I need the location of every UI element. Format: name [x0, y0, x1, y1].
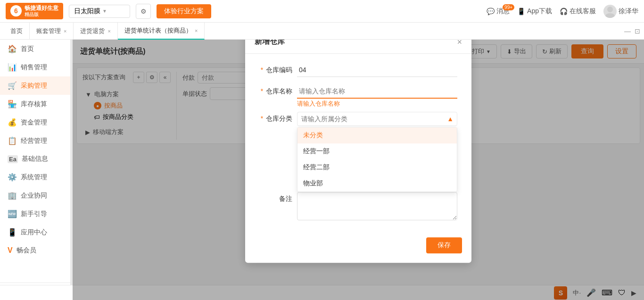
sidebar-item-management[interactable]: 📋 经营管理: [0, 132, 70, 150]
tab-account-label: 账套管理: [36, 27, 61, 35]
top-right-area: 💬 消息 99+ 📱 App下载 🎧 在线客服 徐泽华: [487, 5, 638, 18]
top-bar: 6 畅捷通好生意 精品版 日太阳膜 ▼ ⚙ 体验行业方案 💬 消息 99+ 📱 …: [0, 0, 644, 23]
category-input[interactable]: [297, 112, 457, 126]
store-selector[interactable]: 日太阳膜 ▼: [69, 5, 130, 18]
remarks-label: 备注: [259, 192, 297, 203]
sidebar-item-inventory[interactable]: 🏪 库存核算: [0, 95, 70, 113]
sidebar-vip-label: 畅会员: [17, 246, 36, 255]
online-service-button[interactable]: 🎧 在线客服: [560, 7, 596, 16]
dropdown-item-dept3[interactable]: 物业部: [297, 175, 457, 192]
form-row-category: * 仓库分类 ▲ 未分类 经营一部 经营二部 物业部: [259, 112, 457, 126]
tab-purchase-return-close[interactable]: ×: [107, 28, 110, 34]
sidebar-item-guide[interactable]: 🆕 新手引导: [0, 205, 70, 223]
category-dropdown: 未分类 经营一部 经营二部 物业部: [297, 127, 457, 192]
trial-button[interactable]: 体验行业方案: [157, 4, 211, 18]
app-download-button[interactable]: 📱 App下载: [517, 7, 552, 16]
notifications-button[interactable]: 💬 消息 99+: [487, 7, 510, 16]
user-info[interactable]: 徐泽华: [603, 5, 638, 18]
headset-icon: 🎧: [560, 8, 568, 15]
svg-point-0: [607, 7, 613, 12]
home-icon: 🏠: [8, 44, 17, 53]
tab-account[interactable]: 账套管理 ×: [30, 23, 74, 40]
logo-text: 畅捷通好生意: [25, 5, 58, 11]
warehouse-name-input[interactable]: [297, 84, 457, 99]
save-button[interactable]: 保存: [426, 237, 462, 253]
sidebar-item-system[interactable]: ⚙️ 系统管理: [0, 168, 70, 186]
sidebar-item-basic-info[interactable]: Ea 基础信息: [0, 150, 70, 168]
username: 徐泽华: [619, 7, 638, 16]
tab-account-close[interactable]: ×: [64, 28, 66, 34]
sidebar-item-purchase[interactable]: 🛒 采购管理: [0, 76, 70, 95]
warehouse-code-input[interactable]: [297, 63, 457, 77]
form-row-code: * 仓库编码: [259, 63, 457, 77]
category-select-wrap: ▲ 未分类 经营一部 经营二部 物业部: [297, 112, 457, 126]
svg-point-1: [605, 13, 615, 18]
app-download-label: App下载: [527, 7, 552, 16]
form-row-name: * 仓库名称 请输入仓库名称: [259, 84, 457, 99]
chevron-down-icon: ▼: [102, 8, 107, 14]
warehouse-category-label: * 仓库分类: [259, 112, 297, 123]
inventory-icon: 🏪: [8, 100, 17, 108]
sidebar-apps-label: 应用中心: [21, 228, 47, 237]
system-icon: ⚙️: [8, 173, 17, 182]
finance-icon: 💰: [8, 118, 17, 127]
gear-button[interactable]: ⚙: [136, 4, 151, 19]
sidebar-management-label: 经营管理: [21, 137, 47, 145]
message-icon: 💬: [487, 8, 495, 15]
online-service-label: 在线客服: [570, 7, 596, 16]
sidebar-guide-label: 新手引导: [21, 210, 47, 218]
vip-icon: V: [8, 246, 13, 255]
sidebar-item-enterprise[interactable]: 🏢 企业协同: [0, 186, 70, 205]
dropdown-item-unclassified[interactable]: 未分类: [297, 127, 457, 143]
required-mark: *: [261, 66, 263, 74]
sidebar-inventory-label: 库存核算: [21, 100, 47, 108]
avatar: [603, 5, 617, 18]
purchase-icon: 🛒: [8, 81, 17, 90]
dropdown-item-dept1[interactable]: 经营一部: [297, 143, 457, 159]
remarks-input[interactable]: [297, 192, 457, 220]
sidebar-item-vip[interactable]: V 畅会员: [0, 242, 70, 259]
tab-home-label: 首页: [10, 27, 23, 35]
tab-home[interactable]: 首页: [4, 23, 30, 40]
phone-icon: 📱: [517, 8, 525, 15]
sidebar-purchase-label: 采购管理: [21, 82, 47, 90]
required-mark-2: *: [261, 87, 263, 95]
sidebar: 🏠 首页 📊 销售管理 🛒 采购管理 🏪 库存核算 💰 资金管理 📋 经营管理 …: [0, 40, 71, 300]
modal-close-button[interactable]: ×: [457, 40, 462, 46]
tab-minimize-icon[interactable]: —: [624, 27, 631, 35]
tab-purchase-stats-close[interactable]: ×: [195, 28, 198, 33]
tab-bar-actions: — ⊡: [620, 27, 644, 35]
tab-purchase-return-label: 进货退货: [80, 27, 105, 35]
logo-icon: 6: [10, 5, 22, 17]
warehouse-name-label: * 仓库名称: [259, 84, 297, 96]
sidebar-enterprise-label: 企业协同: [21, 192, 47, 200]
select-arrow-icon[interactable]: ▲: [447, 115, 454, 123]
sidebar-home-label: 首页: [21, 45, 34, 53]
store-name: 日太阳膜: [74, 7, 100, 16]
basic-info-icon: Ea: [8, 155, 18, 163]
dropdown-item-dept2[interactable]: 经营二部: [297, 159, 457, 175]
sidebar-item-sales[interactable]: 📊 销售管理: [0, 58, 70, 76]
sidebar-item-home[interactable]: 🏠 首页: [0, 40, 70, 58]
tab-expand-icon[interactable]: ⊡: [635, 27, 640, 35]
sidebar-item-finance[interactable]: 💰 资金管理: [0, 113, 70, 132]
enterprise-icon: 🏢: [8, 191, 17, 200]
form-row-remarks: 备注: [259, 192, 457, 220]
required-mark-3: *: [261, 115, 263, 122]
modal-body: * 仓库编码 * 仓库名称 请输入仓库名称: [245, 54, 471, 237]
notifications-badge: 99+: [503, 4, 514, 10]
warehouse-code-label: * 仓库编码: [259, 63, 297, 75]
sidebar-system-label: 系统管理: [21, 173, 47, 182]
sidebar-finance-label: 资金管理: [21, 118, 47, 127]
sidebar-sales-label: 销售管理: [21, 63, 47, 72]
main-layout: 🏠 首页 📊 销售管理 🛒 采购管理 🏪 库存核算 💰 资金管理 📋 经营管理 …: [0, 40, 644, 300]
apps-icon: 📱: [8, 228, 17, 237]
tab-purchase-return[interactable]: 进货退货 ×: [74, 23, 117, 40]
sidebar-basic-info-label: 基础信息: [22, 155, 48, 163]
warehouse-name-error: 请输入仓库名称: [297, 100, 340, 108]
tab-purchase-stats[interactable]: 进货单统计表（按商品） ×: [118, 23, 205, 40]
logo-sub: 精品版: [25, 12, 58, 17]
sidebar-item-apps[interactable]: 📱 应用中心: [0, 223, 70, 242]
management-icon: 📋: [8, 136, 17, 145]
modal-footer: 保存: [245, 237, 471, 253]
